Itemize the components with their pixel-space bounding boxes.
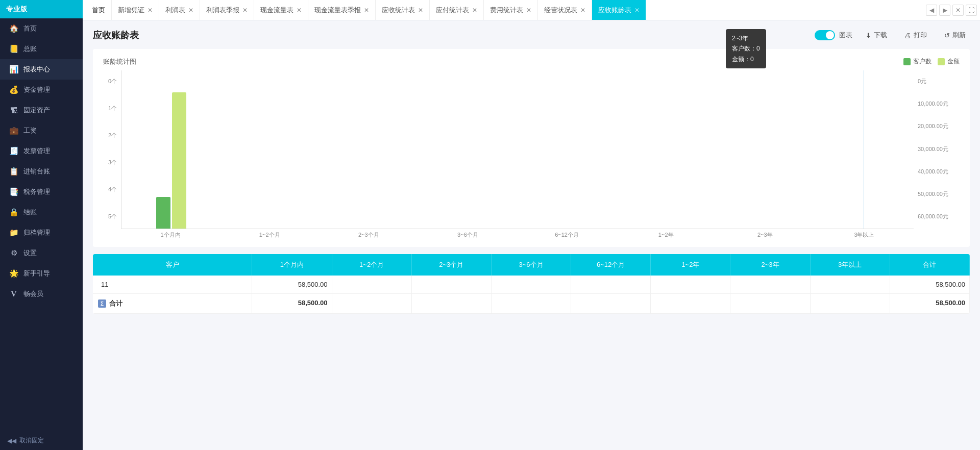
tab-cashflow-quarter-close[interactable]: ✕ bbox=[364, 7, 369, 13]
y-axis-left: 5个 4个 3个 2个 1个 0个 bbox=[103, 78, 121, 220]
tab-prev-button[interactable]: ◀ bbox=[926, 5, 937, 16]
bar-group-3yp[interactable] bbox=[815, 70, 914, 229]
tab-profit-close[interactable]: ✕ bbox=[188, 7, 193, 13]
tab-voucher-close[interactable]: ✕ bbox=[148, 7, 153, 13]
th-total: 合计 bbox=[890, 254, 970, 276]
pin-icon: ◀◀ bbox=[7, 437, 16, 444]
tab-home[interactable]: 首页 bbox=[86, 0, 112, 20]
y-left-1: 1个 bbox=[108, 105, 117, 112]
tab-payable-stat-close[interactable]: ✕ bbox=[472, 7, 477, 13]
y-right-10k: 10,000.00元 bbox=[918, 100, 948, 108]
sidebar-item-close[interactable]: 🔒 结账 bbox=[0, 202, 83, 222]
download-button[interactable]: ⬇ 下载 bbox=[862, 29, 891, 42]
legend-amount-label: 金额 bbox=[947, 57, 960, 66]
tab-operations[interactable]: 经营状况表 ✕ bbox=[538, 0, 592, 20]
sidebar-item-guide[interactable]: 🌟 新手引导 bbox=[0, 263, 83, 284]
td-total-2-3y bbox=[730, 294, 810, 313]
bar-group-3-6m[interactable] bbox=[419, 70, 518, 229]
tab-payable-stat-label: 应付统计表 bbox=[436, 6, 469, 15]
tab-receivable-stat-close[interactable]: ✕ bbox=[418, 7, 423, 13]
tab-cashflow-close[interactable]: ✕ bbox=[297, 7, 302, 13]
tab-expense-stat[interactable]: 费用统计表 ✕ bbox=[484, 0, 538, 20]
sidebar-item-settings[interactable]: ⚙ 设置 bbox=[0, 243, 83, 263]
tab-profit-quarter[interactable]: 利润表季报 ✕ bbox=[200, 0, 254, 20]
tab-expense-stat-label: 费用统计表 bbox=[490, 6, 523, 15]
chart-toggle[interactable] bbox=[815, 30, 835, 40]
td-total-6-12m bbox=[571, 294, 651, 313]
asset-icon: 🏗 bbox=[9, 106, 18, 115]
bar-group-2-3y[interactable]: 2~3年 客户数：0 金额：0 bbox=[716, 70, 815, 229]
total-icon: Σ bbox=[98, 299, 106, 308]
tab-expense-stat-close[interactable]: ✕ bbox=[526, 7, 531, 13]
download-label: 下载 bbox=[874, 31, 887, 40]
refresh-button[interactable]: ↺ 刷新 bbox=[940, 29, 970, 42]
total-label-text: 合计 bbox=[109, 299, 122, 308]
sidebar-item-asset[interactable]: 🏗 固定资产 bbox=[0, 100, 83, 120]
chart-legend: 客户数 金额 bbox=[903, 57, 960, 66]
tab-bar: 首页 新增凭证 ✕ 利润表 ✕ 利润表季报 ✕ 现金流量表 ✕ 现金流量表季报 … bbox=[83, 0, 980, 20]
bar-group-2-3m[interactable] bbox=[320, 70, 419, 229]
archive-icon: 📁 bbox=[9, 228, 18, 237]
tab-receivable-stat-label: 应收统计表 bbox=[382, 6, 415, 15]
y-axis-right: 60,000.00元 50,000.00元 40,000.00元 30,000.… bbox=[914, 78, 960, 220]
sidebar-item-label: 发票管理 bbox=[23, 146, 50, 156]
bar-amount-1m bbox=[172, 92, 186, 229]
close-account-icon: 🔒 bbox=[9, 208, 18, 217]
bar-group-6-12m[interactable] bbox=[518, 70, 617, 229]
th-3-6m: 3~6个月 bbox=[492, 254, 571, 276]
x-label-1-2y: 1~2年 bbox=[617, 231, 716, 239]
bar-customers-1m bbox=[156, 197, 170, 229]
sidebar-item-sales[interactable]: 📋 进销台账 bbox=[0, 161, 83, 182]
chart-container: 5个 4个 3个 2个 1个 0个 bbox=[103, 70, 960, 239]
fund-icon: 💰 bbox=[9, 85, 18, 94]
sidebar-item-fund[interactable]: 💰 资金管理 bbox=[0, 80, 83, 100]
td-total-1m: 58,500.00 bbox=[252, 294, 332, 313]
legend-amount-box bbox=[938, 58, 945, 65]
tab-receivable-stat[interactable]: 应收统计表 ✕ bbox=[376, 0, 430, 20]
tab-close-all-button[interactable]: ✕ bbox=[952, 5, 964, 16]
x-label-2-3m: 2~3个月 bbox=[319, 231, 418, 239]
header-actions: 图表 ⬇ 下载 🖨 打印 ↺ 刷新 bbox=[815, 29, 970, 42]
sidebar-item-label: 总账 bbox=[23, 44, 37, 54]
td-1-2m bbox=[332, 276, 412, 293]
chart-area: 账龄统计图 客户数 金额 5个 4个 3个 2个 1个 bbox=[93, 49, 970, 247]
sidebar-item-home[interactable]: 🏠 首页 bbox=[0, 18, 83, 39]
y-right-30k: 30,000.00元 bbox=[918, 145, 948, 153]
download-icon: ⬇ bbox=[866, 32, 871, 39]
tab-next-button[interactable]: ▶ bbox=[939, 5, 950, 16]
page-header: 应收账龄表 图表 ⬇ 下载 🖨 打印 ↺ 刷新 bbox=[93, 29, 970, 42]
bar-group-1-2m[interactable] bbox=[220, 70, 320, 229]
tab-profit[interactable]: 利润表 ✕ bbox=[159, 0, 200, 20]
sidebar-item-vip[interactable]: V 畅会员 bbox=[0, 284, 83, 304]
tab-aging[interactable]: 应收账龄表 ✕ bbox=[592, 0, 646, 20]
td-6-12m bbox=[571, 276, 651, 293]
td-total-3yp bbox=[811, 294, 890, 313]
tab-operations-close[interactable]: ✕ bbox=[580, 7, 585, 13]
sidebar-item-salary[interactable]: 💼 工资 bbox=[0, 120, 83, 141]
sidebar-pin-toggle[interactable]: ◀◀ 取消固定 bbox=[0, 431, 83, 450]
print-button[interactable]: 🖨 打印 bbox=[900, 29, 931, 42]
pin-label: 取消固定 bbox=[19, 436, 44, 445]
sidebar-item-label: 固定资产 bbox=[23, 106, 50, 115]
sidebar-item-tax[interactable]: 📑 税务管理 bbox=[0, 182, 83, 202]
x-label-6-12m: 6~12个月 bbox=[518, 231, 617, 239]
report-icon: 📊 bbox=[9, 65, 18, 74]
page-content: 应收账龄表 图表 ⬇ 下载 🖨 打印 ↺ 刷新 bbox=[83, 20, 980, 450]
sidebar-item-invoice[interactable]: 🧾 发票管理 bbox=[0, 141, 83, 161]
sidebar-item-ledger[interactable]: 📒 总账 bbox=[0, 39, 83, 59]
y-right-20k: 20,000.00元 bbox=[918, 122, 948, 130]
bar-group-1-2y[interactable] bbox=[617, 70, 716, 229]
sidebar-item-report[interactable]: 📊 报表中心 bbox=[0, 59, 83, 80]
sidebar-item-label: 工资 bbox=[23, 126, 37, 135]
sidebar-item-archive[interactable]: 📁 归档管理 bbox=[0, 222, 83, 243]
sidebar-logo: 专业版 bbox=[0, 0, 83, 18]
bar-group-1m[interactable] bbox=[121, 70, 220, 229]
tab-aging-close[interactable]: ✕ bbox=[634, 7, 640, 13]
tab-maximize-button[interactable]: ⛶ bbox=[966, 5, 977, 16]
tab-cashflow-quarter[interactable]: 现金流量表季报 ✕ bbox=[308, 0, 376, 20]
tab-payable-stat[interactable]: 应付统计表 ✕ bbox=[430, 0, 484, 20]
main-area: 首页 新增凭证 ✕ 利润表 ✕ 利润表季报 ✕ 现金流量表 ✕ 现金流量表季报 … bbox=[83, 0, 980, 450]
tab-profit-quarter-close[interactable]: ✕ bbox=[242, 7, 248, 13]
tab-cashflow[interactable]: 现金流量表 ✕ bbox=[254, 0, 308, 20]
tab-voucher[interactable]: 新增凭证 ✕ bbox=[112, 0, 159, 20]
